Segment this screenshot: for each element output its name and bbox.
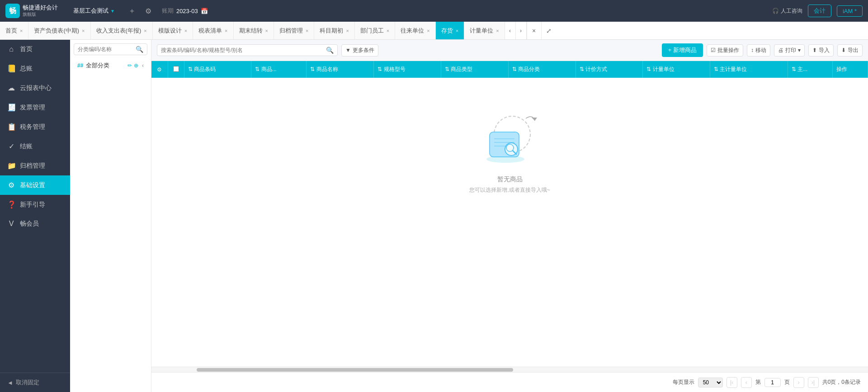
iam-label: iAM * [843, 8, 857, 14]
tab-expand-button[interactable]: ⤢ [542, 22, 556, 40]
col-action-label: 操作 [836, 66, 847, 72]
tab-home-close-icon[interactable]: × [20, 28, 23, 33]
tab-scroll-right-button[interactable]: › [516, 22, 527, 40]
tab-unit-close-icon[interactable]: × [496, 28, 499, 33]
sidebar-item-tax[interactable]: 📋 税务管理 [0, 117, 70, 137]
tab-home[interactable]: 首页 × [0, 22, 28, 40]
tab-subject-close-icon[interactable]: × [346, 28, 349, 33]
export-button[interactable]: ⬇ 导出 [837, 44, 863, 57]
company-selector[interactable]: 基层工会测试 ▼ [70, 5, 118, 17]
pricing-sort-icon: ⇅ [580, 66, 584, 72]
member-icon: V [7, 220, 15, 228]
tab-template[interactable]: 模版设计 × [153, 22, 193, 40]
col-settings-header[interactable]: ⚙ [151, 61, 168, 78]
sidebar-item-member[interactable]: V 畅会员 [0, 214, 70, 233]
next-page-button[interactable]: › [793, 377, 804, 388]
prev-page-button[interactable]: ‹ [741, 377, 752, 388]
category-edit-icon[interactable]: ✏ [127, 62, 132, 69]
category-search-input[interactable] [78, 46, 134, 52]
move-button[interactable]: ↕ 移动 [747, 44, 770, 57]
tab-department-close-icon[interactable]: × [387, 28, 389, 33]
tab-scroll-left-button[interactable]: ‹ [505, 22, 516, 40]
per-page-select[interactable]: 50 100 200 [698, 378, 723, 387]
customer-service-button[interactable]: 🎧 人工咨询 [772, 7, 802, 15]
tab-archive-close-icon[interactable]: × [306, 28, 308, 33]
more-filter-button[interactable]: ▼ 更多条件 [341, 44, 378, 57]
category-collapse-icon[interactable]: ‹ [142, 62, 144, 69]
top-bar: 畅 畅捷通好会计 旗舰版 基层工会测试 ▼ ＋ ⚙ 账期 2023-03 📅 🎧… [0, 0, 868, 22]
col-barcode-header[interactable]: ⇅ 商品条码 [184, 61, 251, 78]
settings-icon[interactable]: ⚙ [142, 5, 155, 17]
tab-inventory-close-icon[interactable]: × [456, 28, 458, 33]
import-button[interactable]: ⬆ 导入 [808, 44, 834, 57]
category-sort-icon: ⇅ [512, 66, 517, 72]
tab-unit[interactable]: 计量单位 × [464, 22, 505, 40]
add-tab-button[interactable]: ＋ [126, 5, 138, 17]
unit-sort-icon: ⇅ [646, 66, 651, 72]
tab-taxclear-close-icon[interactable]: × [225, 28, 227, 33]
sidebar-item-home[interactable]: ⌂ 首页 [0, 40, 70, 59]
sidebar-item-ledger[interactable]: 📒 总账 [0, 59, 70, 78]
sidebar-item-guide[interactable]: ❓ 新手引导 [0, 195, 70, 214]
col-type-label: 商品类型 [451, 66, 472, 72]
unpin-icon: ◄ [7, 379, 13, 386]
batch-operation-button[interactable]: ☑ 批量操作 [707, 44, 743, 57]
col-main-unit-header[interactable]: ⇅ 主计量单位 [710, 61, 788, 78]
tab-partner-close-icon[interactable]: × [427, 28, 429, 33]
select-all-checkbox[interactable] [173, 66, 179, 72]
col-spec-header[interactable]: ⇅ 规格型号 [374, 61, 441, 78]
tab-balance[interactable]: 资产负债表(中期) × [28, 22, 90, 40]
import-icon: ⬆ [812, 47, 817, 53]
headset-icon: 🎧 [772, 8, 779, 14]
col-pricing-label: 计价方式 [585, 66, 607, 72]
tab-archive[interactable]: 归档管理 × [274, 22, 314, 40]
first-page-button[interactable]: |‹ [726, 377, 737, 388]
sidebar-item-reports[interactable]: ☁ 云报表中心 [0, 78, 70, 98]
new-product-button[interactable]: + 新增商品 [662, 43, 703, 57]
sidebar-item-archive[interactable]: 📁 归档管理 [0, 156, 70, 175]
sidebar-item-settings[interactable]: ⚙ 基础设置 [0, 175, 70, 195]
tab-periodend[interactable]: 期末结转 × [234, 22, 274, 40]
tab-income[interactable]: 收入支出表(年报) × [91, 22, 153, 40]
period-value: 2023-03 [176, 8, 198, 14]
tab-close-all-button[interactable]: × [527, 22, 542, 40]
top-right: 🎧 人工咨询 会计 iAM * [772, 5, 863, 17]
page-number-input[interactable] [764, 378, 781, 387]
col-pricing-header[interactable]: ⇅ 计价方式 [576, 61, 643, 78]
horizontal-scrollbar[interactable] [151, 367, 868, 372]
col-type-header[interactable]: ⇅ 商品类型 [441, 61, 509, 78]
col-unit-header[interactable]: ⇅ 计量单位 [643, 61, 710, 78]
name-sort-icon: ⇅ [310, 66, 315, 72]
col-category-header[interactable]: ⇅ 商品分类 [508, 61, 576, 78]
product-search-input[interactable] [161, 47, 324, 53]
tab-department[interactable]: 部门员工 × [355, 22, 395, 40]
col-code-header[interactable]: ⇅ 商品... [251, 61, 307, 78]
product-search-icon[interactable]: 🔍 [326, 47, 334, 54]
tab-subject[interactable]: 科目期初 × [314, 22, 354, 40]
tab-inventory[interactable]: 存货 × [436, 22, 464, 40]
sidebar-item-close[interactable]: ✓ 结账 [0, 137, 70, 156]
category-add-icon[interactable]: ⊕ [134, 62, 138, 69]
category-all-item[interactable]: ## 全部分类 ✏ ⊕ ‹ [74, 59, 147, 72]
tab-taxclear[interactable]: 税表清单 × [193, 22, 233, 40]
tab-bar: 首页 × 资产负债表(中期) × 收入支出表(年报) × 模版设计 × 税表清单… [0, 22, 868, 40]
sidebar-item-invoice[interactable]: 🧾 发票管理 [0, 98, 70, 117]
account-button[interactable]: 会计 [808, 5, 831, 17]
sidebar-unpin-button[interactable]: ◄ 取消固定 [0, 373, 70, 392]
col-name-header[interactable]: ⇅ 商品名称 [307, 61, 374, 78]
tab-balance-close-icon[interactable]: × [82, 28, 85, 33]
move-label: 移动 [755, 47, 766, 54]
scrollbar-thumb[interactable] [197, 368, 513, 372]
last-page-button[interactable]: ›| [808, 377, 819, 388]
calendar-icon[interactable]: 📅 [201, 8, 208, 14]
col-extra-header[interactable]: ⇅ 主... [788, 61, 832, 78]
tab-periodend-close-icon[interactable]: × [265, 28, 268, 33]
iam-button[interactable]: iAM * [837, 5, 863, 17]
tab-template-close-icon[interactable]: × [184, 28, 187, 33]
category-search-icon[interactable]: 🔍 [136, 46, 143, 53]
tab-income-close-icon[interactable]: × [144, 28, 146, 33]
barcode-sort-icon: ⇅ [188, 66, 193, 72]
tab-partner[interactable]: 往来单位 × [395, 22, 435, 40]
col-checkbox-header[interactable] [168, 61, 184, 78]
print-button[interactable]: 🖨 打印 ▾ [774, 44, 805, 57]
